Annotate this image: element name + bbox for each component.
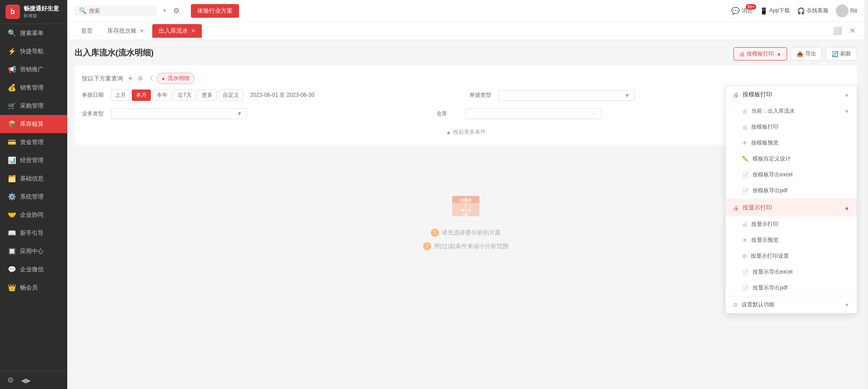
box-icon: 📦 xyxy=(7,120,16,128)
tab-batch-account[interactable]: 库存批次账 ✕ xyxy=(101,24,150,38)
main-content: 🔍 ▼ ⚙ 体验行业方案 💬 消息 99+ 📱 App下载 🎧 在线客服 Rit xyxy=(67,0,864,389)
sidebar-item-member[interactable]: 👑 畅会员 xyxy=(0,279,67,297)
chevron-up-dropdown-icon: ▲ xyxy=(844,92,849,97)
refresh-btn[interactable]: 🔄 刷新 xyxy=(826,47,857,60)
dropdown-template-pdf-item[interactable]: 📄 按模板导出pdf xyxy=(726,183,857,199)
export-icon: 📤 xyxy=(797,51,803,57)
template-preview-icon: 👁 xyxy=(742,140,748,146)
dropdown-template-preview-item[interactable]: 👁 按模板预览 xyxy=(726,135,857,151)
date-btn-this-year[interactable]: 本年 xyxy=(153,90,172,101)
dropdown-display-settings-item[interactable]: ⚙ 按显示打印设置 xyxy=(726,248,857,264)
doc-type-chevron: ▼ xyxy=(624,92,630,99)
sidebar-item-purchase[interactable]: 🛒 采购管理 xyxy=(0,97,67,115)
dropdown-display-preview-item[interactable]: 👁 按显示预览 xyxy=(726,232,857,248)
tab-maximize-icon[interactable]: ⬜ xyxy=(831,25,844,36)
sidebar-item-quick-nav[interactable]: ⚡ 快捷导航 xyxy=(0,42,67,60)
app-download-btn[interactable]: 📱 App下载 xyxy=(760,7,790,15)
display-preview-icon: 👁 xyxy=(742,237,748,244)
svg-rect-3 xyxy=(460,199,471,202)
svg-point-5 xyxy=(468,209,470,212)
sidebar-bottom: ⚙ ◀▶ xyxy=(0,371,67,389)
date-btn-last-month[interactable]: 上月 xyxy=(111,90,130,101)
export-btn[interactable]: 📤 导出 xyxy=(791,47,822,60)
tab-home[interactable]: 首页 xyxy=(75,24,99,38)
messages-btn[interactable]: 💬 消息 99+ xyxy=(731,7,753,15)
sidebar-item-corp[interactable]: 🤝 企业协同 xyxy=(0,206,67,224)
sidebar-item-guide[interactable]: 📖 新手引导 xyxy=(0,224,67,242)
sidebar-item-app-center[interactable]: 🔲 应用中心 xyxy=(0,242,67,260)
sidebar-item-basic[interactable]: 🗂️ 基础信息 xyxy=(0,170,67,188)
tab-flow-close[interactable]: ✕ xyxy=(191,28,195,34)
default-settings-chevron: ▼ xyxy=(844,302,849,308)
logo-icon: b xyxy=(5,5,20,19)
topbar-search-box[interactable]: 🔍 xyxy=(75,5,156,16)
filter-add-btn[interactable]: ＋ xyxy=(127,74,134,83)
industry-solution-btn[interactable]: 体验行业方案 xyxy=(191,4,239,18)
avatar xyxy=(836,5,848,17)
username-label: Rit xyxy=(850,8,857,14)
phone-icon: 📱 xyxy=(760,7,768,15)
tab-batch-account-close[interactable]: ✕ xyxy=(140,28,144,34)
date-btn-this-month[interactable]: 本月 xyxy=(132,90,151,101)
display-print-header[interactable]: 🖨 按显示打印 ▲ xyxy=(726,199,857,216)
sidebar-nav: 🔍 搜索菜单 ⚡ 快捷导航 📢 营销推广 💰 销售管理 🛒 采购管理 📦 库存核… xyxy=(0,24,67,371)
collapse-sidebar-icon[interactable]: ◀▶ xyxy=(21,377,31,384)
template-pdf-icon: 📄 xyxy=(742,188,749,194)
settings-bottom-icon[interactable]: ⚙ xyxy=(7,376,14,384)
display-excel-icon: 📄 xyxy=(742,269,749,275)
sidebar-item-search[interactable]: 🔍 搜索菜单 xyxy=(0,24,67,42)
dropdown-display-print-item[interactable]: 🖨 按显示打印 xyxy=(726,216,857,232)
filter-collapse-btn[interactable]: 《 xyxy=(147,75,153,83)
sidebar-item-finance[interactable]: 💳 资金管理 xyxy=(0,133,67,151)
empty-illustration xyxy=(448,187,484,223)
search-icon: 🔍 xyxy=(7,29,16,37)
date-btn-custom[interactable]: 自定义 xyxy=(219,90,243,101)
sidebar-item-wechat[interactable]: 💬 企业微信 xyxy=(0,260,67,279)
sidebar-item-inventory[interactable]: 📦 库存核算 xyxy=(0,115,67,133)
filter-settings-btn[interactable]: ⚙ xyxy=(138,75,143,82)
dropdown-display-excel-item[interactable]: 📄 按显示导出excel xyxy=(726,264,857,280)
business-type-select[interactable]: ▼ xyxy=(111,108,247,119)
tab-bar: 首页 库存批次账 ✕ 出入库流水 ✕ ⬜ ✕ xyxy=(67,22,864,40)
filter-active-tag[interactable]: ● 流水明细 xyxy=(157,73,195,84)
dropdown-display-pdf-item[interactable]: 📄 按显示导出pdf xyxy=(726,280,857,296)
lightning-icon: ⚡ xyxy=(7,47,16,55)
business-type-label: 业务类型 xyxy=(82,110,107,118)
sidebar-item-sales[interactable]: 💰 销售管理 xyxy=(0,79,67,97)
dropdown-template-custom-item[interactable]: ✏️ 模板自定义设计 xyxy=(726,151,857,167)
search-input[interactable] xyxy=(89,8,144,14)
sidebar-item-system[interactable]: ⚙️ 系统管理 xyxy=(0,188,67,206)
dropdown-default-settings-item[interactable]: ⚙ 设置默认功能 ▼ xyxy=(726,296,857,313)
date-btn-last-7[interactable]: 近7天 xyxy=(174,90,196,101)
filter-group-date: 单据日期 上月 本月 本年 近7天 更多 自定义 2023-06-01 至 20… xyxy=(82,90,462,101)
right-scrollbar-area xyxy=(864,0,868,389)
dropdown-template-print-item[interactable]: 🖨 按模板打印 xyxy=(726,119,857,135)
gear-sidebar-icon: ⚙️ xyxy=(7,193,16,201)
dropdown-current-item[interactable]: 🖨 当前：出入库流水 ▼ xyxy=(726,103,857,119)
topbar-gear-icon[interactable]: ⚙ xyxy=(173,6,180,15)
dropdown-template-excel-item[interactable]: 📄 按模板导出excel xyxy=(726,167,857,183)
tab-close-all-icon[interactable]: ✕ xyxy=(848,25,857,36)
empty-step-1: 1 请先选择要分析的方案 xyxy=(431,229,501,237)
date-label: 单据日期 xyxy=(82,91,107,99)
topbar-dropdown-icon[interactable]: ▼ xyxy=(162,7,168,14)
warehouse-label: 仓库 xyxy=(436,110,462,118)
chevron-up-collapse-icon: ▲ xyxy=(446,129,451,135)
date-btn-more[interactable]: 更多 xyxy=(198,90,217,101)
template-excel-icon: 📄 xyxy=(742,172,749,178)
doc-type-select[interactable]: ▼ xyxy=(499,90,635,101)
tab-flow[interactable]: 出入库流水 ✕ xyxy=(152,24,202,38)
print-template-btn[interactable]: 🖨 按模板打印 ▲ xyxy=(733,47,787,60)
user-avatar-area[interactable]: Rit xyxy=(836,5,857,17)
empty-step-2: 2 用[过滤]条件来缩小分析范围 xyxy=(423,242,508,250)
template-custom-icon: ✏️ xyxy=(742,156,749,162)
tabs-right-actions: ⬜ ✕ xyxy=(831,25,857,36)
megaphone-icon: 📢 xyxy=(7,65,16,74)
sidebar-item-operation[interactable]: 📊 经营管理 xyxy=(0,151,67,170)
template-print-header[interactable]: 🖨 按模板打印 ▲ xyxy=(726,86,857,103)
online-service-btn[interactable]: 🎧 在线客服 xyxy=(797,7,828,15)
warehouse-select[interactable]: ··· xyxy=(465,108,602,119)
display-pdf-icon: 📄 xyxy=(742,285,749,291)
sidebar-item-marketing[interactable]: 📢 营销推广 xyxy=(0,60,67,79)
date-buttons: 上月 本月 本年 近7天 更多 自定义 xyxy=(111,90,243,101)
